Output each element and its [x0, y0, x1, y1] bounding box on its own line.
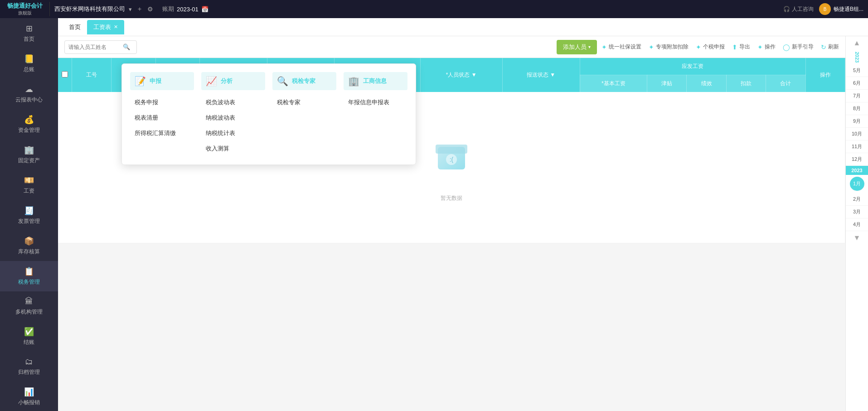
sidebar-item-multi[interactable]: 🏛多机构管理: [0, 291, 58, 321]
search-icon[interactable]: 🔍: [123, 44, 130, 50]
month-item-12月[interactable]: 12月: [846, 153, 868, 166]
month-item-9月[interactable]: 9月: [846, 115, 868, 128]
toolbar-action-deduction[interactable]: ✦专项附加扣除: [649, 43, 689, 51]
sidebar-label-sales: 小畅报销: [18, 399, 40, 406]
toolbar-action-guide[interactable]: ◯新手引导: [783, 43, 814, 51]
period-selector[interactable]: 账期 2023-01 📅: [162, 5, 209, 13]
tax-icon: 📋: [24, 266, 34, 276]
right-panel-up[interactable]: ▲: [851, 36, 863, 50]
th-operation: 操作: [805, 58, 845, 92]
month-item-7月[interactable]: 7月: [846, 90, 868, 102]
dropdown-item-income-calc[interactable]: 收入测算: [201, 141, 265, 156]
toolbar-action-social-insurance[interactable]: ✦统一社保设置: [601, 43, 641, 51]
right-panel: ▲ 20235月6月7月8月9月10月11月12月20231月2月3月4月▼: [845, 36, 868, 411]
toolbar-action-operation[interactable]: ✦操作: [757, 43, 776, 51]
dropdown-col-title-tax-expert: 税检专家: [292, 77, 315, 85]
sidebar-label-home: 首页: [24, 35, 34, 43]
th-salary-group: 应发工资: [580, 58, 805, 75]
support-button[interactable]: 🎧 人工咨询: [783, 5, 814, 13]
month-item-4月[interactable]: 4月: [846, 218, 868, 231]
sidebar-label-tax: 税务管理: [18, 278, 40, 286]
month-item-8月[interactable]: 8月: [846, 102, 868, 115]
sidebar-item-ledger[interactable]: 📒总账: [0, 48, 58, 79]
company-dropdown-icon[interactable]: ▾: [129, 6, 132, 13]
sidebar-item-invoice[interactable]: 🧾发票管理: [0, 200, 58, 231]
sidebar-item-salary[interactable]: 💴工资: [0, 170, 58, 200]
search-input[interactable]: [68, 44, 123, 50]
select-all-checkbox[interactable]: [62, 71, 68, 77]
salary-icon: 💴: [24, 175, 34, 185]
sidebar-item-settle[interactable]: ✅结账: [0, 321, 58, 352]
tax-return-icon: ✦: [696, 44, 701, 51]
month-item-6月[interactable]: 6月: [846, 77, 868, 90]
th-base-salary: *基本工资: [580, 75, 647, 92]
user-info[interactable]: B 畅捷通B组...: [819, 3, 863, 15]
main-layout: ⊞首页📒总账☁云报表中心💰资金管理🏢固定资产💴工资🧾发票管理📦库存核算📋税务管理…: [0, 18, 868, 411]
month-item-5月[interactable]: 5月: [846, 64, 868, 77]
dropdown-item-tax-burden[interactable]: 税负波动表: [201, 95, 265, 110]
app-subtitle: 旗舰版: [18, 10, 32, 16]
calendar-icon[interactable]: 📅: [201, 6, 209, 13]
export-icon: ⬆: [732, 44, 737, 51]
month-item-11月[interactable]: 11月: [846, 140, 868, 153]
user-name: 畅捷通B组...: [834, 5, 863, 13]
tab-home[interactable]: 首页: [63, 20, 87, 34]
sidebar-item-tax[interactable]: 📋税务管理: [0, 261, 58, 291]
tab-label-home: 首页: [69, 23, 81, 31]
sidebar-item-fund[interactable]: 💰资金管理: [0, 109, 58, 140]
sidebar-item-inventory[interactable]: 📦库存核算: [0, 231, 58, 261]
toolbar-action-tax-return[interactable]: ✦个税申报: [696, 43, 725, 51]
cloud-icon: ☁: [25, 84, 33, 94]
dropdown-item-annual-report[interactable]: 年报信息申报表: [344, 95, 407, 110]
dropdown-col-title-business-info: 工商信息: [363, 77, 387, 85]
settings-icon[interactable]: ⚙: [147, 5, 153, 13]
svg-rect-1: [436, 145, 467, 154]
tab-salary-table[interactable]: 工资表✕: [87, 20, 124, 34]
th-report-status[interactable]: 报送状态 ▼: [502, 58, 580, 92]
toolbar-action-export[interactable]: ⬆导出: [732, 43, 750, 51]
toolbar-action-label-social-insurance: 统一社保设置: [609, 43, 641, 51]
svg-text::(: :(: [450, 156, 454, 163]
archive-icon: 🗂: [25, 357, 33, 367]
sidebar-label-ledger: 总账: [24, 66, 34, 73]
top-bar-icons: ＋ ⚙: [136, 5, 153, 13]
dropdown-item-tax-table[interactable]: 税表清册: [130, 110, 194, 126]
dropdown-item-tax-payment[interactable]: 纳税波动表: [201, 110, 265, 126]
company-selector[interactable]: 西安虾米网络科技有限公司 ▾: [54, 5, 132, 13]
sidebar-item-sales[interactable]: 📊小畅报销: [0, 382, 58, 411]
add-icon[interactable]: ＋: [136, 5, 143, 13]
month-item-3月[interactable]: 3月: [846, 206, 868, 218]
add-person-label: 添加人员: [563, 43, 587, 51]
sidebar-label-assets: 固定资产: [18, 157, 40, 164]
tab-close-salary-table[interactable]: ✕: [114, 24, 118, 30]
declaration-menu-icon: 📝: [135, 76, 146, 87]
dropdown-col-title-analysis: 分析: [221, 77, 233, 85]
toolbar-action-refresh[interactable]: ↻刷新: [821, 43, 839, 51]
sidebar-item-archive[interactable]: 🗂归档管理: [0, 352, 58, 382]
inventory-icon: 📦: [24, 236, 34, 246]
month-item-1月[interactable]: 1月: [850, 177, 864, 191]
right-panel-down[interactable]: ▼: [851, 231, 863, 245]
sidebar-item-assets[interactable]: 🏢固定资产: [0, 140, 58, 170]
analysis-menu-icon: 📈: [206, 76, 217, 87]
month-item-2月[interactable]: 2月: [846, 193, 868, 206]
th-performance: 绩效: [687, 75, 726, 92]
dropdown-item-tax-declare[interactable]: 税务申报: [130, 95, 194, 110]
dropdown-item-income-tax-calc[interactable]: 所得税汇算清缴: [130, 126, 194, 141]
dropdown-item-tax-stats[interactable]: 纳税统计表: [201, 126, 265, 141]
empty-text: 暂无数据: [441, 194, 462, 202]
search-box[interactable]: 🔍: [64, 40, 137, 54]
add-person-dropdown-icon[interactable]: ▾: [588, 44, 591, 49]
dropdown-item-tax-check[interactable]: 税检专家: [272, 95, 336, 110]
toolbar-action-label-refresh: 刷新: [828, 43, 839, 51]
th-deduction: 扣款: [726, 75, 766, 92]
th-checkbox[interactable]: [58, 58, 72, 92]
month-item-10月[interactable]: 10月: [846, 128, 868, 140]
sidebar-label-settle: 结账: [24, 338, 34, 346]
th-status[interactable]: *人员状态 ▼: [420, 58, 502, 92]
sales-icon: 📊: [24, 387, 34, 397]
sidebar-label-archive: 归档管理: [18, 368, 40, 376]
sidebar-item-home[interactable]: ⊞首页: [0, 18, 58, 48]
sidebar-item-cloud[interactable]: ☁云报表中心: [0, 79, 58, 109]
add-person-button[interactable]: 添加人员 ▾: [557, 40, 597, 54]
